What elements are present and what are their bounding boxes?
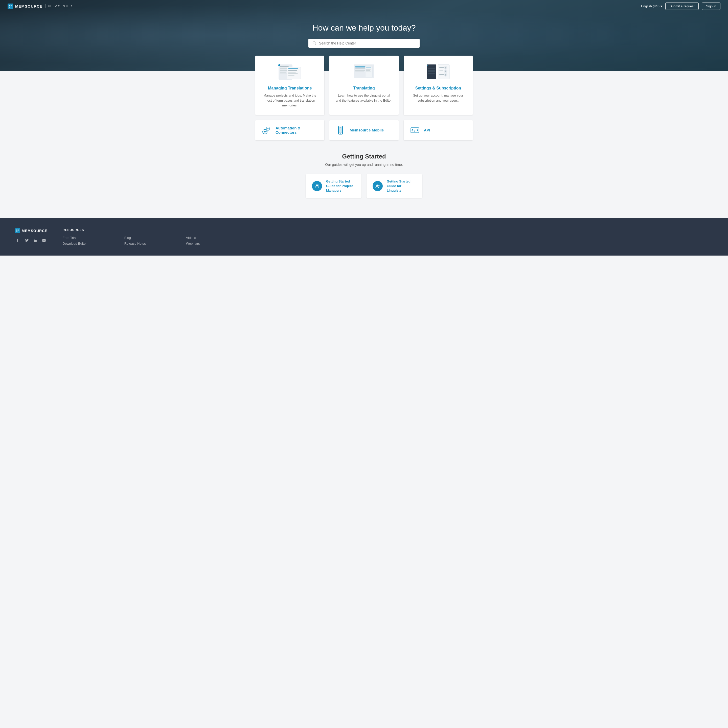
footer-resources-title: RESOURCES — [63, 228, 243, 232]
footer-brand: MEMSOURCE — [15, 228, 47, 245]
svg-rect-20 — [355, 69, 367, 69]
svg-rect-30 — [428, 68, 435, 69]
settings-illustration — [425, 63, 451, 81]
svg-point-44 — [264, 131, 266, 133]
card-settings-subscription[interactable]: Settings & Subscription Set up your acco… — [404, 56, 473, 115]
language-selector[interactable]: English (US) ▾ — [641, 4, 662, 8]
svg-rect-12 — [288, 68, 298, 69]
settings-desc: Set up your account, manage your subscri… — [410, 93, 466, 103]
card-automation-connectors[interactable]: Automation & Connectors — [255, 120, 324, 140]
translating-title: Translating — [335, 86, 392, 90]
svg-rect-10 — [280, 73, 288, 74]
managing-translations-title: Managing Translations — [262, 86, 318, 90]
facebook-icon[interactable] — [15, 237, 21, 243]
footer-link-videos[interactable]: Videos — [186, 236, 243, 240]
svg-line-61 — [414, 128, 415, 132]
automation-icon — [262, 125, 271, 135]
svg-rect-7 — [280, 68, 287, 69]
managing-translations-desc: Manage projects and jobs. Make the most … — [262, 93, 318, 108]
svg-rect-66 — [17, 229, 17, 231]
svg-point-35 — [445, 67, 447, 69]
category-cards-row2: Automation & Connectors Memsource Mobile — [255, 120, 473, 140]
lang-label: English (US) — [641, 4, 659, 8]
footer-resources: RESOURCES Free Trial Blog Videos Downloa… — [63, 228, 243, 245]
svg-rect-25 — [366, 69, 370, 70]
svg-rect-27 — [366, 72, 371, 72]
translating-desc: Learn how to use the Linguist portal and… — [335, 93, 392, 103]
svg-rect-14 — [288, 72, 296, 73]
svg-rect-22 — [355, 72, 364, 72]
svg-rect-13 — [288, 70, 297, 71]
automation-connectors-title: Automation & Connectors — [275, 126, 318, 135]
guide-project-managers-card[interactable]: Getting Started Guide for Project Manage… — [306, 174, 361, 198]
card-managing-translations[interactable]: Managing Translations Manage projects an… — [255, 56, 324, 115]
svg-rect-26 — [366, 70, 370, 71]
footer-logo-text: MEMSOURCE — [22, 229, 47, 233]
guide-linguists-card[interactable]: Getting Started Guide for Linguists — [367, 174, 422, 198]
guide-project-managers-title: Getting Started Guide for Project Manage… — [326, 179, 355, 193]
logo-icon — [8, 3, 13, 9]
chevron-down-icon: ▾ — [661, 4, 662, 8]
api-title: API — [424, 128, 430, 132]
managing-translations-illustration — [277, 63, 303, 81]
getting-started-title: Getting Started — [255, 153, 473, 160]
footer-inner: MEMSOURCE — [15, 228, 243, 245]
card-memsource-mobile[interactable]: Memsource Mobile — [329, 120, 398, 140]
translating-illustration — [351, 63, 377, 81]
search-bar — [308, 39, 420, 48]
search-input[interactable] — [319, 41, 416, 45]
submit-request-button[interactable]: Submit a request — [665, 3, 699, 10]
logo-text: MEMSOURCE — [15, 4, 43, 8]
card-api[interactable]: API — [404, 120, 473, 140]
svg-rect-33 — [438, 64, 450, 79]
svg-rect-8 — [280, 70, 288, 71]
youtube-icon[interactable] — [41, 237, 47, 243]
main-content: Managing Translations Manage projects an… — [250, 56, 478, 198]
api-icon — [410, 125, 420, 135]
footer-link-release-notes[interactable]: Release Notes — [124, 242, 181, 245]
mobile-icon — [335, 125, 346, 135]
linkedin-icon[interactable] — [32, 237, 38, 243]
footer: MEMSOURCE — [0, 218, 728, 255]
svg-point-63 — [318, 185, 319, 185]
svg-rect-41 — [439, 70, 443, 71]
svg-rect-9 — [280, 72, 286, 73]
svg-point-17 — [278, 64, 280, 66]
search-icon — [312, 41, 317, 45]
svg-rect-32 — [428, 73, 435, 74]
footer-links: Free Trial Blog Videos Download Editor R… — [63, 236, 243, 245]
svg-rect-15 — [288, 73, 298, 74]
sign-in-button[interactable]: Sign in — [702, 3, 720, 10]
header: MEMSOURCE HELP CENTER English (US) ▾ Sub… — [0, 0, 728, 12]
footer-link-download-editor[interactable]: Download Editor — [63, 242, 119, 245]
svg-point-29 — [427, 65, 428, 66]
guide-linguists-title: Getting Started Guide for Linguists — [387, 179, 416, 193]
svg-rect-24 — [366, 67, 371, 68]
help-center-label: HELP CENTER — [46, 4, 72, 8]
logo-area: MEMSOURCE HELP CENTER — [8, 3, 72, 9]
svg-rect-16 — [288, 75, 295, 76]
svg-rect-0 — [9, 5, 10, 6]
svg-point-58 — [340, 133, 341, 134]
svg-point-64 — [376, 185, 378, 186]
hero-content: How can we help you today? — [308, 23, 420, 48]
category-cards-row1: Managing Translations Manage projects an… — [255, 56, 473, 115]
card-translating[interactable]: Translating Learn how to use the Linguis… — [329, 56, 398, 115]
settings-title: Settings & Subscription — [410, 86, 466, 90]
svg-line-4 — [315, 44, 316, 45]
svg-rect-59 — [339, 128, 342, 132]
footer-logo-icon — [15, 228, 20, 233]
footer-link-free-trial[interactable]: Free Trial — [63, 236, 119, 240]
twitter-icon[interactable] — [24, 237, 30, 243]
svg-rect-40 — [439, 67, 444, 68]
header-right: English (US) ▾ Submit a request Sign in — [641, 3, 720, 10]
footer-link-blog[interactable]: Blog — [124, 236, 181, 240]
hero-title: How can we help you today? — [308, 23, 420, 33]
svg-point-39 — [445, 74, 447, 76]
memsource-mobile-title: Memsource Mobile — [350, 128, 384, 132]
linguists-icon — [373, 181, 383, 191]
social-icons — [15, 237, 47, 243]
getting-started-section: Getting Started Our guides will get you … — [255, 153, 473, 198]
footer-link-webinars[interactable]: Webinars — [186, 242, 243, 245]
getting-started-subtitle: Our guides will get you up and running i… — [255, 162, 473, 167]
